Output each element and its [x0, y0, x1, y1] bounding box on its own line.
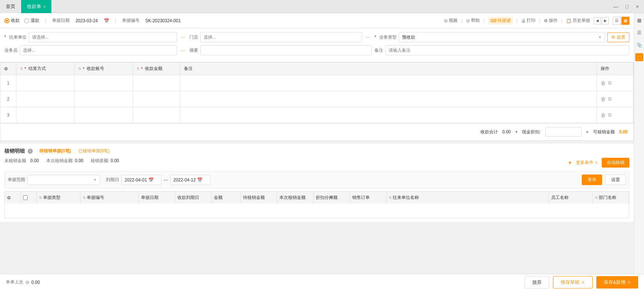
store-more-icon[interactable]: ··· [364, 34, 372, 40]
tab-receipt[interactable]: 收款单 × [21, 0, 51, 13]
settlement-cell-1[interactable] [16, 75, 75, 91]
history-btn[interactable]: 📋 历史单据 [566, 17, 590, 24]
delete-icon-3[interactable]: 🗑 [601, 112, 606, 118]
refund-radio[interactable]: 退款 [24, 17, 39, 24]
bottom-table-body [4, 204, 629, 218]
print-btn[interactable]: 🖨 打印 [521, 17, 535, 24]
ops-icon: ⚙ [544, 18, 548, 23]
btm-settings-col[interactable]: ⚙ [5, 192, 21, 204]
account-cell-1[interactable] [75, 75, 133, 91]
counterpart-field: * 往来单位 ··· [4, 32, 186, 42]
sort-icon: ⇅ [137, 67, 140, 71]
table-settings-btn[interactable]: 设置 [605, 175, 626, 185]
current-label: 本次核销金额: [46, 158, 74, 163]
date-to-input[interactable]: 2022-04-12 📅 [170, 175, 210, 185]
verify-stats: 未核销金额 0.00 本次核销金额: 0.00 核销差额: 0.00 ▼ 更多条… [4, 158, 629, 168]
remark-input[interactable] [385, 45, 629, 55]
counterpart-more-icon[interactable]: ··· [179, 34, 186, 40]
amount-cell-3[interactable] [133, 107, 180, 123]
btm-date-col: 单据日期 [139, 192, 175, 204]
verify-info-icon[interactable]: i [28, 149, 33, 154]
copy-icon-2[interactable]: ⧉ [608, 96, 612, 102]
settlement-cell-2[interactable] [16, 91, 75, 107]
store-input[interactable] [200, 32, 362, 42]
sidebar-expand-icon[interactable]: ⬚ [635, 53, 643, 61]
business-type-label: 业务类型 [379, 34, 397, 40]
btm-pending-col: 待核销金额 [241, 192, 277, 204]
sort-icon: ⇅ [20, 67, 23, 71]
refund-radio-dot [24, 18, 29, 23]
staff-more-icon[interactable]: ··· [179, 47, 186, 53]
auto-verify-btn[interactable]: 自动核销 [602, 158, 629, 168]
counterpart-input[interactable] [29, 32, 177, 42]
select-all-checkbox[interactable] [23, 195, 28, 200]
form-area: * 往来单位 ··· 门店 ··· * 业务类型 预收款 ▼ ⚙ 设置 [0, 28, 634, 62]
grid-view-btn[interactable]: ▦ [621, 17, 629, 25]
account-cell-2[interactable] [75, 91, 133, 107]
help-btn[interactable]: ⊙ 帮助 [466, 17, 480, 24]
remark-cell-2[interactable] [180, 91, 597, 107]
amount-cell-2[interactable] [133, 91, 180, 107]
btm-checkbox-col[interactable] [21, 192, 37, 204]
counterpart-label: 往来单位 [9, 34, 27, 40]
receipt-radio[interactable]: 收款 [4, 17, 20, 24]
settlement-cell-3[interactable] [16, 107, 75, 123]
draft-btn[interactable]: 保存草稿 ∧ [553, 276, 593, 289]
summary-input[interactable] [200, 45, 372, 55]
copy-icon-1[interactable]: ⧉ [608, 80, 612, 86]
total-value: 0.00 [502, 129, 511, 134]
delete-icon-2[interactable]: 🗑 [601, 96, 606, 102]
btm-settings-icon: ⚙ [7, 195, 11, 200]
query-btn[interactable]: 查询 [582, 175, 602, 185]
sidebar-list-icon[interactable]: ☰ [635, 28, 643, 36]
action-header: 操作 [597, 63, 633, 75]
remark-cell-1[interactable] [180, 75, 597, 91]
sidebar-table-icon[interactable]: ▦ [635, 16, 643, 24]
abandon-btn[interactable]: 放弃 [525, 276, 549, 289]
sort-icon: ⇅ [78, 67, 81, 71]
remark-header: 备注 [180, 63, 597, 75]
sort-icon: ⇅ [83, 196, 86, 200]
refund-label: 退款 [31, 17, 39, 24]
business-type-select[interactable]: 预收款 ▼ [399, 32, 605, 42]
account-cell-3[interactable] [75, 107, 133, 123]
tab-home[interactable]: 首页 [0, 0, 21, 13]
staff-input[interactable] [20, 45, 177, 55]
sidebar-attach-icon[interactable]: 📎 [635, 41, 643, 49]
delete-icon-1[interactable]: 🗑 [601, 80, 606, 86]
verify-title: 核销明细 i 待核销单据(0笔) 已核销单据(0笔) [4, 147, 629, 155]
shortcut-icon: ⌨ [490, 18, 496, 23]
settings-button[interactable]: ⚙ 设置 [607, 32, 629, 42]
nav-prev[interactable]: ◀ [594, 17, 601, 24]
video-icon: ⊙ [444, 18, 448, 23]
minimize-btn[interactable]: — [611, 3, 620, 10]
btm-amount-col: 金额 [212, 192, 241, 204]
receipt-type-group: 收款 退款 [4, 17, 39, 24]
shortcut-btn[interactable]: ⌨ 快捷键 [488, 17, 513, 24]
maximize-btn[interactable]: □ [623, 3, 631, 10]
per-session-label: 本单上次 [6, 279, 23, 285]
btm-number-col: ⇅ 单据编号 [80, 192, 139, 204]
per-session-info-icon[interactable]: ⊙ [25, 280, 29, 285]
save-btn[interactable]: 保存&新增 ∧ [596, 276, 638, 289]
date-from-input[interactable]: 2022-04-01 📅 [121, 175, 161, 185]
nav-next[interactable]: ▶ [602, 17, 609, 24]
amount-cell-1[interactable] [133, 75, 180, 91]
operations-btn[interactable]: ⚙ 操作 [544, 17, 558, 24]
done-tab[interactable]: 已核销单据(0笔) [75, 147, 114, 155]
more-conditions-btn[interactable]: 更多条件 ∧ [576, 160, 598, 166]
video-btn[interactable]: ⊙ 视频 [444, 17, 458, 24]
pending-tab[interactable]: 待核销单据(0笔) [36, 147, 75, 155]
amount-header: ⇅ * 收款金额 [133, 63, 180, 75]
settings-header[interactable]: ⚙ [0, 63, 16, 75]
remark-cell-3[interactable] [180, 107, 597, 123]
range-select[interactable]: ▼ [27, 175, 100, 185]
discount-input[interactable] [545, 127, 582, 137]
store-label: 门店 [189, 34, 198, 40]
list-view-btn[interactable]: ☰ [613, 17, 621, 25]
close-btn[interactable]: × [634, 3, 641, 10]
tab-close-icon[interactable]: × [43, 4, 46, 9]
copy-icon-3[interactable]: ⧉ [608, 112, 612, 118]
available-value: 0.00 [619, 129, 628, 134]
calendar-icon[interactable]: 📅 [104, 18, 109, 23]
